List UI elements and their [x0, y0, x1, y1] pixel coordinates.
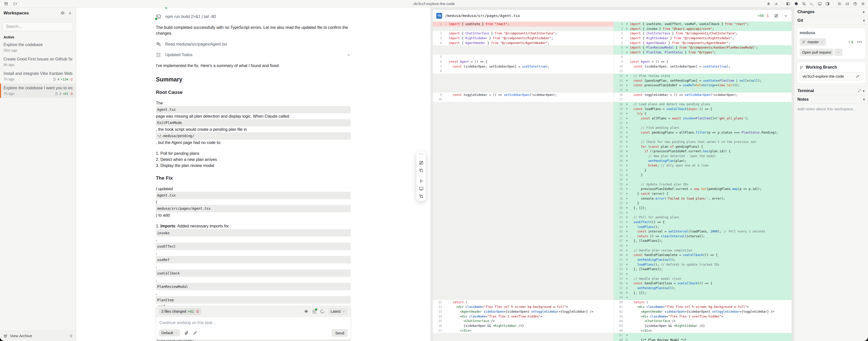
- chevrons-up-icon[interactable]: [774, 2, 778, 6]
- settings-icon[interactable]: [861, 2, 865, 6]
- terminal-icon[interactable]: [810, 2, 814, 6]
- pencil-icon[interactable]: [856, 74, 860, 78]
- workspace-item[interactable]: Create Good First Issues on Github So p6…: [0, 55, 76, 69]
- panel-right-icon[interactable]: [826, 2, 830, 6]
- branch-dropdown[interactable]: master: [800, 38, 826, 45]
- notes-input[interactable]: Add notes about this workspace...: [794, 104, 868, 114]
- workspace-item[interactable]: Install and integrate Vibe Kanban Web Cl…: [0, 69, 76, 84]
- diff-row: [433, 225, 613, 229]
- diff-code: [449, 248, 613, 253]
- diff-code: [449, 145, 613, 149]
- line-number: [433, 140, 443, 145]
- git-compare-icon[interactable]: [419, 194, 424, 198]
- monitor-icon[interactable]: [419, 186, 424, 191]
- diff-row: 41+: [614, 211, 792, 215]
- spinner-icon: [320, 309, 325, 314]
- copy-icon[interactable]: [419, 168, 424, 173]
- workspace-meta: 6h ago: [4, 63, 73, 67]
- diff-marker: [443, 31, 449, 36]
- diff-marker: +: [624, 248, 630, 253]
- line-number: [433, 243, 443, 248]
- diff-code: </div>: [449, 328, 613, 333]
- line-number: [433, 239, 443, 243]
- diff-row: [433, 196, 613, 201]
- diff-row: [433, 111, 613, 116]
- diff-row: [433, 295, 613, 300]
- line-number: 13: [433, 309, 443, 314]
- line-number: 22: [614, 121, 624, 125]
- title-bar: vk/3ccf-explore-the-code: [0, 0, 868, 8]
- changes-section-header[interactable]: Changes ▸: [794, 8, 868, 16]
- terminal-section-header[interactable]: Terminal ▸: [794, 86, 868, 95]
- message-icon[interactable]: [794, 2, 798, 6]
- diff-row: 13+ const [pendingPlan, setPendingPlan] …: [614, 79, 792, 83]
- signout-icon[interactable]: [13, 2, 17, 6]
- layers-icon[interactable]: [60, 11, 65, 16]
- diff-marker: +: [624, 262, 630, 267]
- tool-call-row[interactable]: Updated Todos: [156, 52, 351, 57]
- line-number: [433, 116, 443, 121]
- diff-row: 55+ // Handle plan modal close: [614, 277, 792, 281]
- files-changed-chip[interactable]: 2 files changed +61 -3: [159, 308, 201, 315]
- diff-row: 37+ } catch (error) {: [614, 191, 792, 196]
- git-section-header[interactable]: Git ▾: [794, 16, 868, 25]
- megaphone-icon[interactable]: [845, 2, 849, 6]
- diff-code: } catch (error) {: [630, 191, 792, 196]
- expand-icon[interactable]: [858, 89, 861, 92]
- diff-row: 8: [614, 55, 792, 59]
- diff-marker: [443, 145, 449, 149]
- tool-call-label: Updated Todos: [165, 53, 192, 57]
- panel-left-icon[interactable]: [786, 2, 790, 6]
- latest-dropdown[interactable]: Latest: [328, 308, 348, 315]
- pr-options-button[interactable]: [834, 49, 842, 56]
- line-number: 35: [614, 182, 624, 187]
- add-workspace-icon[interactable]: [68, 11, 72, 16]
- diff-row: 5import { AgentHeader } from "@/componen…: [614, 41, 792, 45]
- more-actions-button[interactable]: •••: [857, 40, 862, 44]
- search-input[interactable]: Search...: [3, 22, 73, 31]
- todos-icon[interactable]: [312, 309, 317, 314]
- diff-marker: [443, 323, 449, 328]
- paperclip-icon[interactable]: [184, 331, 189, 335]
- chevron-down-icon[interactable]: [784, 14, 788, 18]
- wrap-icon[interactable]: [774, 14, 778, 18]
- diff-code: // Find pending plans: [630, 125, 792, 130]
- composer-header: 2 files changed +61 -3 Latest: [156, 306, 351, 317]
- line-number: [433, 215, 443, 220]
- view-archive-button[interactable]: View Archive 0: [0, 331, 76, 341]
- git-compare-icon[interactable]: [802, 2, 806, 6]
- diff-code: [449, 295, 613, 300]
- open-pr-button[interactable]: Open pull request: [800, 49, 834, 56]
- pause-icon[interactable]: [767, 2, 771, 6]
- status-dot: [155, 17, 158, 21]
- diff-marker: [443, 191, 449, 196]
- monitor-icon[interactable]: [818, 2, 822, 6]
- workspace-item[interactable]: Explore the codebase35m ago: [0, 40, 76, 55]
- play-icon[interactable]: [419, 179, 424, 183]
- workspace-item[interactable]: Explore the codebase I want you to expl7…: [0, 84, 76, 98]
- diff-marker: +: [624, 257, 630, 262]
- paragraph: I updated Agent.tsx (medusa/src/pages/Ag…: [156, 186, 351, 218]
- diff-marker: [443, 267, 449, 272]
- tool-call-row[interactable]: Read medusa/src/pages/Agent.tsx: [156, 41, 351, 47]
- composer-input[interactable]: Continue working on this task...: [156, 317, 351, 327]
- spark-icon[interactable]: [304, 309, 308, 314]
- chevron-down-icon[interactable]: [347, 53, 351, 57]
- diff-row: 3import { ChatInterface } from "@/compon…: [614, 31, 792, 36]
- help-icon[interactable]: [853, 2, 857, 6]
- mode-dropdown[interactable]: Default: [159, 329, 180, 336]
- archive-icon[interactable]: [4, 2, 8, 6]
- working-branch-input[interactable]: vk/3ccf-explore-the-code: [800, 72, 862, 81]
- tool-call-row[interactable]: npm run build 2>&1 | tail -80: [156, 14, 351, 19]
- pen-icon[interactable]: [193, 331, 197, 335]
- notes-section-header[interactable]: Notes ▾: [794, 95, 868, 104]
- diff-row: [433, 243, 613, 248]
- wrap-icon[interactable]: [419, 160, 424, 165]
- diff-row: [433, 163, 613, 168]
- diff-row: 67+: [614, 333, 792, 338]
- diff-marker: +: [624, 83, 630, 88]
- drag-handle-icon[interactable]: [419, 154, 423, 155]
- menu-icon[interactable]: [837, 2, 841, 6]
- line-number: 33: [614, 173, 624, 178]
- send-button[interactable]: Send: [332, 329, 348, 337]
